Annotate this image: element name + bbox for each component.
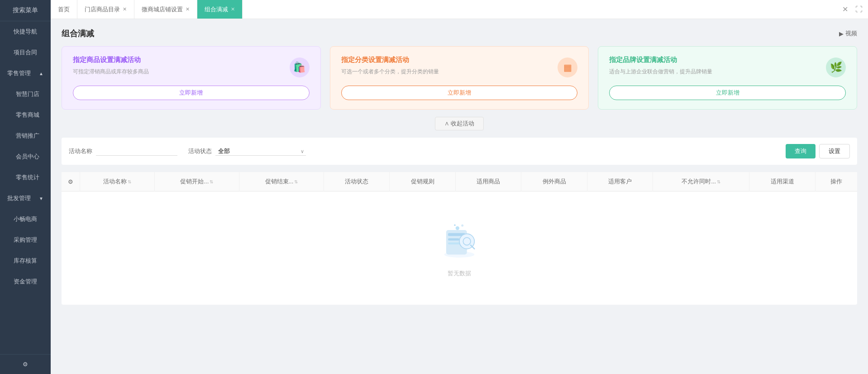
- card-product-btn[interactable]: 立即新增: [73, 86, 310, 100]
- sidebar-item-retail-stats[interactable]: 零售统计: [0, 167, 51, 188]
- th-activity-status: 活动状态: [324, 172, 389, 192]
- sidebar-item-xiaochange[interactable]: 小畅电商: [0, 209, 51, 230]
- tab-close-wechat-settings[interactable]: ✕: [186, 6, 190, 12]
- table-header-row: ⚙ 活动名称⇅ 促销开始...⇅ 促销结束...⇅ 活动状态 促销规: [62, 172, 857, 192]
- tab-home[interactable]: 首页: [51, 0, 77, 19]
- th-activity-name[interactable]: 活动名称⇅: [80, 172, 154, 192]
- filter-row: 活动名称 活动状态 全部 进行中 未开始 已结束 ∨ 查询 设置: [62, 138, 857, 165]
- card-brand-btn[interactable]: 立即新增: [609, 86, 846, 100]
- empty-icon: [437, 219, 482, 264]
- card-product-title: 指定商品设置满减活动: [73, 56, 310, 64]
- chevron-down-icon: ▼: [39, 196, 43, 201]
- table-wrap: ⚙ 活动名称⇅ 促销开始...⇅ 促销结束...⇅ 活动状态 促销规: [62, 172, 857, 192]
- sidebar-item-purchase-mgmt[interactable]: 采购管理: [0, 230, 51, 250]
- sort-icon-activity-name: ⇅: [128, 179, 131, 184]
- collapse-bar: ∧ 收起活动: [62, 117, 857, 130]
- tab-bar: 首页 门店商品目录 ✕ 微商城店铺设置 ✕ 组合满减 ✕ ✕ ⛶: [51, 0, 868, 19]
- filter-status-select[interactable]: 全部 进行中 未开始 已结束: [215, 147, 306, 156]
- sidebar-item-wholesale-mgmt[interactable]: 批发管理 ▼: [0, 188, 51, 209]
- table-section: ⚙ 活动名称⇅ 促销开始...⇅ 促销结束...⇅ 活动状态 促销规: [62, 172, 857, 305]
- sidebar: 搜索菜单 快捷导航 项目合同 零售管理 ▲ 智慧门店 零售商城 营销推广 会员中…: [0, 0, 51, 374]
- tab-actions: ✕ ⛶: [840, 0, 868, 19]
- filter-actions: 查询 设置: [786, 144, 850, 158]
- sidebar-search[interactable]: 搜索菜单: [0, 0, 51, 21]
- tab-close-store-catalog[interactable]: ✕: [123, 6, 127, 12]
- sort-icon-promo-end: ⇅: [294, 179, 298, 184]
- th-applicable-goods: 适用商品: [455, 172, 521, 192]
- sidebar-item-retail-mall[interactable]: 零售商城: [0, 105, 51, 125]
- collapse-button[interactable]: ∧ 收起活动: [435, 117, 484, 130]
- page-content: 组合满减 ▶ 视频 指定商品设置满减活动 可指定滞销商品或库存较多商品 🛍️ 立…: [51, 19, 868, 374]
- tab-close-combo-discount[interactable]: ✕: [231, 6, 235, 12]
- card-category-desc: 可选一个或者多个分类，提升分类的销量: [341, 68, 578, 76]
- shopping-bag-icon: 🛍️: [293, 62, 305, 73]
- tab-wechat-settings[interactable]: 微商城店铺设置 ✕: [134, 0, 197, 19]
- th-promo-start[interactable]: 促销开始...⇅: [154, 172, 239, 192]
- activity-table: ⚙ 活动名称⇅ 促销开始...⇅ 促销结束...⇅ 活动状态 促销规: [62, 172, 857, 192]
- th-applicable-customers: 适用客户: [587, 172, 653, 192]
- card-category-title: 指定分类设置满减活动: [341, 56, 578, 64]
- filter-status-label: 活动状态: [188, 147, 212, 155]
- tab-combo-discount[interactable]: 组合满减 ✕: [197, 0, 243, 19]
- empty-state: 暂无数据: [62, 192, 857, 305]
- leaf-icon: 🌿: [830, 62, 842, 73]
- close-window-btn[interactable]: ✕: [840, 3, 850, 15]
- card-category: 指定分类设置满减活动 可选一个或者多个分类，提升分类的销量 ▦ 立即新增: [330, 46, 589, 110]
- settings-button[interactable]: 设置: [819, 144, 850, 158]
- svg-rect-3: [448, 238, 459, 240]
- sidebar-settings[interactable]: ⚙: [0, 354, 51, 374]
- page-header: 组合满减 ▶ 视频: [62, 28, 857, 39]
- sidebar-item-quick-nav[interactable]: 快捷导航: [0, 21, 51, 42]
- card-category-btn[interactable]: 立即新增: [341, 86, 578, 100]
- grid-icon: ▦: [563, 62, 572, 73]
- th-promo-rule: 促销规则: [390, 172, 455, 192]
- sort-icon-promo-start: ⇅: [210, 179, 213, 184]
- svg-point-9: [461, 225, 463, 227]
- sidebar-item-stock-calc[interactable]: 库存核算: [0, 250, 51, 271]
- card-brand: 指定品牌设置满减活动 适合与上游企业联合做营销，提升品牌销量 🌿 立即新增: [598, 46, 857, 110]
- filter-name-label: 活动名称: [69, 147, 92, 155]
- sidebar-item-retail-mgmt[interactable]: 零售管理 ▲: [0, 63, 51, 84]
- chevron-up-icon: ▲: [39, 71, 43, 76]
- sort-icon-no-overlap: ⇅: [717, 179, 720, 184]
- page-title: 组合满减: [62, 28, 94, 39]
- th-excluded-goods: 例外商品: [521, 172, 587, 192]
- sidebar-item-member-center[interactable]: 会员中心: [0, 146, 51, 167]
- svg-point-10: [454, 225, 455, 226]
- th-promo-end[interactable]: 促销结束...⇅: [239, 172, 324, 192]
- empty-text: 暂无数据: [448, 269, 471, 278]
- filter-status-select-wrap: 全部 进行中 未开始 已结束 ∨: [215, 147, 306, 156]
- query-button[interactable]: 查询: [786, 144, 816, 158]
- card-product-desc: 可指定滞销商品或库存较多商品: [73, 68, 310, 76]
- filter-name-input[interactable]: [96, 147, 177, 156]
- cards-row: 指定商品设置满减活动 可指定滞销商品或库存较多商品 🛍️ 立即新增 指定分类设置…: [62, 46, 857, 110]
- th-action: 操作: [815, 172, 857, 192]
- sidebar-item-smart-store[interactable]: 智慧门店: [0, 84, 51, 105]
- sidebar-item-marketing[interactable]: 营销推广: [0, 125, 51, 146]
- card-product-icon: 🛍️: [290, 58, 310, 77]
- svg-point-8: [456, 226, 459, 230]
- filter-status: 活动状态 全部 进行中 未开始 已结束 ∨: [188, 147, 306, 156]
- video-link[interactable]: ▶ 视频: [839, 29, 857, 38]
- main-area: 首页 门店商品目录 ✕ 微商城店铺设置 ✕ 组合满减 ✕ ✕ ⛶ 组合满减 ▶ …: [51, 0, 868, 374]
- card-brand-icon: 🌿: [826, 58, 846, 77]
- card-brand-desc: 适合与上游企业联合做营销，提升品牌销量: [609, 68, 846, 76]
- filter-name: 活动名称: [69, 147, 177, 156]
- sidebar-item-project-contract[interactable]: 项目合同: [0, 42, 51, 63]
- card-product: 指定商品设置满减活动 可指定滞销商品或库存较多商品 🛍️ 立即新增: [62, 46, 321, 110]
- tab-store-catalog[interactable]: 门店商品目录 ✕: [77, 0, 134, 19]
- sidebar-item-capital-mgmt[interactable]: 资金管理: [0, 271, 51, 292]
- th-gear[interactable]: ⚙: [62, 172, 80, 192]
- fullscreen-btn[interactable]: ⛶: [854, 4, 864, 15]
- card-brand-title: 指定品牌设置满减活动: [609, 56, 846, 64]
- th-applicable-channel: 适用渠道: [749, 172, 815, 192]
- th-no-overlap[interactable]: 不允许同时...⇅: [653, 172, 749, 192]
- play-icon: ▶: [839, 30, 844, 37]
